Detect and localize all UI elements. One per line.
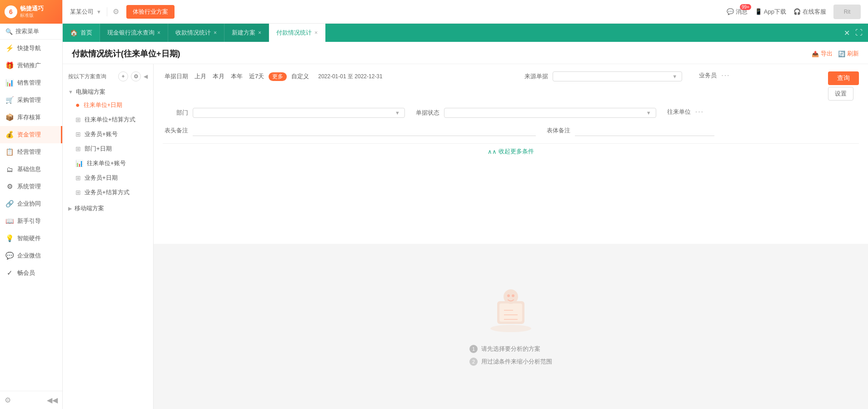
date-opt-custom[interactable]: 自定义 xyxy=(289,71,311,81)
sidebar-item-marketing[interactable]: 🎁 营销推广 xyxy=(0,57,62,74)
scheme-settings-btn[interactable]: ⚙ xyxy=(131,71,141,81)
quick-nav-icon: ⚡ xyxy=(5,44,14,52)
scheme-collapse-btn[interactable]: ◀ xyxy=(144,73,148,80)
scheme-group-desktop-header[interactable]: ▼ 电脑端方案 xyxy=(63,86,153,98)
online-service-btn[interactable]: 🎧 在线客服 xyxy=(793,8,826,16)
scheme-item-staff-settle[interactable]: ⊞ 业务员+结算方式 xyxy=(63,185,153,200)
close-all-tabs-icon[interactable]: ✕ xyxy=(844,29,850,37)
scheme-item-partner-account[interactable]: 📊 往来单位+账号 xyxy=(63,156,153,171)
scheme-item-dept-date[interactable]: ⊞ 部门+日期 xyxy=(63,141,153,156)
trial-btn[interactable]: 体验行业方案 xyxy=(126,5,175,19)
add-scheme-btn[interactable]: + xyxy=(118,71,128,81)
svg-point-3 xyxy=(504,289,518,304)
date-opt-this-month[interactable]: 本月 xyxy=(211,71,226,81)
empty-tips: 1 请先选择要分析的方案 2 用过滤条件来缩小分析范围 xyxy=(469,345,552,370)
message-badge: 99+ xyxy=(740,4,751,10)
chevron-right-icon: ▶ xyxy=(68,206,72,212)
dept-label: 部门 xyxy=(163,109,188,117)
doc-status-select[interactable]: ▼ xyxy=(444,108,656,118)
date-opt-7days[interactable]: 近7天 xyxy=(247,71,266,81)
scheme-group-mobile-header[interactable]: ▶ 移动端方案 xyxy=(63,202,153,214)
user-avatar[interactable]: Rit xyxy=(833,5,861,19)
dept-select[interactable]: ▼ xyxy=(193,108,405,118)
sidebar-item-beginner[interactable]: 📖 新手引导 xyxy=(0,212,62,230)
sidebar-item-base-info[interactable]: 🗂 基础信息 xyxy=(0,161,62,178)
refresh-btn[interactable]: 🔄 刷新 xyxy=(838,50,859,58)
source-label: 来源单据 xyxy=(523,72,548,81)
settings-footer-icon[interactable]: ⚙ xyxy=(5,396,11,404)
scheme-item-label: 部门+日期 xyxy=(85,145,112,153)
date-opt-this-year[interactable]: 本年 xyxy=(229,71,244,81)
membership-icon: ✓ xyxy=(5,269,14,277)
tab-cash-flow[interactable]: 现金银行流水查询 × xyxy=(100,24,168,42)
tab-new-scheme-close[interactable]: × xyxy=(258,30,261,36)
gear-icon[interactable]: ⚙ xyxy=(113,7,119,16)
staff-dots[interactable]: ··· xyxy=(721,71,730,80)
sidebar-item-sys-mgmt[interactable]: ⚙ 系统管理 xyxy=(0,178,62,195)
message-icon: 💬 xyxy=(727,8,734,15)
sidebar-item-purchase[interactable]: 🛒 采购管理 xyxy=(0,91,62,109)
filter-doc-status-item: 单据状态 ▼ xyxy=(414,108,656,118)
query-btn[interactable]: 查询 xyxy=(828,71,859,85)
sidebar-item-membership[interactable]: ✓ 畅会员 xyxy=(0,264,62,282)
scheme-item-partner-settle[interactable]: ⊞ 往来单位+结算方式 xyxy=(63,112,153,127)
sidebar-item-finance[interactable]: 💰 资金管理 xyxy=(0,126,62,143)
export-btn[interactable]: 📤 导出 xyxy=(812,50,833,58)
sidebar-item-smart-hw[interactable]: 💡 智能硬件 xyxy=(0,230,62,247)
date-options: 上月 本月 本年 近7天 更多 自定义 2022-01-01 至 2022-12… xyxy=(193,71,383,81)
date-range-value: 2022-01-01 至 2022-12-31 xyxy=(318,73,382,81)
partner-label: 往来单位 xyxy=(665,108,691,116)
partner-dots[interactable]: ··· xyxy=(695,108,704,116)
sidebar-item-operations[interactable]: 📋 经营管理 xyxy=(0,143,62,161)
sidebar-item-enterprise[interactable]: 🔗 企业协同 xyxy=(0,195,62,212)
tab-payment-stats-close[interactable]: × xyxy=(214,30,217,36)
nav-label: 采购管理 xyxy=(17,96,41,104)
nav-label: 经营管理 xyxy=(17,148,41,156)
active-scheme-icon: ● xyxy=(75,101,80,109)
tab-payment-stats[interactable]: 收款情况统计 × xyxy=(168,24,224,42)
filter-source-item: 来源单据 ▼ xyxy=(523,71,682,81)
tip-num-2: 2 xyxy=(469,358,478,366)
settings-btn[interactable]: 设置 xyxy=(828,87,853,101)
sidebar-nav: ⚡ 快捷导航 🎁 营销推广 📊 销售管理 🛒 采购管理 📦 库存核算 💰 资金管… xyxy=(0,40,62,391)
tab-new-scheme[interactable]: 新建方案 × xyxy=(224,24,269,42)
chart-icon: 📊 xyxy=(75,160,83,167)
table-header-note-input[interactable] xyxy=(193,125,536,136)
svg-point-4 xyxy=(507,294,510,297)
tip-text-2: 用过滤条件来缩小分析范围 xyxy=(481,358,552,366)
svg-point-5 xyxy=(512,294,514,297)
date-opt-last-month[interactable]: 上月 xyxy=(193,71,208,81)
tab-cash-flow-close[interactable]: × xyxy=(157,30,160,36)
search-menu[interactable]: 🔍 搜索菜单 xyxy=(0,24,62,40)
purchase-icon: 🛒 xyxy=(5,96,14,104)
tab-pay-stats[interactable]: 付款情况统计 × xyxy=(269,24,325,42)
messages-btn[interactable]: 💬 消息 99+ xyxy=(727,8,748,16)
scheme-group-desktop: ▼ 电脑端方案 ● 往来单位+日期 ⊞ 往来单位+结算方式 ⊞ 业务员+账号 xyxy=(63,86,153,200)
operations-icon: 📋 xyxy=(5,148,14,156)
sidebar-item-sales[interactable]: 📊 销售管理 xyxy=(0,74,62,91)
source-select[interactable]: ▼ xyxy=(553,71,682,81)
chevron-up-icon: ∧∧ xyxy=(488,148,497,155)
scheme-item-staff-date[interactable]: ⊞ 业务员+日期 xyxy=(63,171,153,185)
topbar-right: 💬 消息 99+ 📱 App下载 🎧 在线客服 Rit xyxy=(727,5,861,19)
scheme-panel-title: 按以下方案查询 xyxy=(68,73,106,81)
tab-home[interactable]: 🏠 首页 xyxy=(63,24,100,42)
result-area: 1 请先选择要分析的方案 2 用过滤条件来缩小分析范围 xyxy=(154,244,868,409)
tab-pay-stats-close[interactable]: × xyxy=(314,30,318,36)
sidebar-item-quick-nav[interactable]: ⚡ 快捷导航 xyxy=(0,40,62,57)
collapse-sidebar-icon[interactable]: ◀◀ xyxy=(47,396,58,404)
scheme-item-staff-account[interactable]: ⊞ 业务员+账号 xyxy=(63,127,153,141)
nav-label: 智能硬件 xyxy=(17,234,41,242)
collapse-conditions-btn[interactable]: ∧∧ 收起更多条件 xyxy=(163,143,859,159)
scheme-item-partner-date[interactable]: ● 往来单位+日期 xyxy=(63,98,153,112)
date-opt-more[interactable]: 更多 xyxy=(269,72,287,81)
table-body-note-input[interactable] xyxy=(575,125,714,136)
tab-end-actions: ✕ ⛶ xyxy=(838,24,868,42)
table-icon: ⊞ xyxy=(75,116,81,123)
table-icon: ⊞ xyxy=(75,189,81,196)
sidebar-item-inventory[interactable]: 📦 库存核算 xyxy=(0,109,62,126)
expand-tabs-icon[interactable]: ⛶ xyxy=(855,29,863,37)
app-download-btn[interactable]: 📱 App下载 xyxy=(755,8,786,16)
sidebar-item-enterprise-wechat[interactable]: 💬 企业微信 xyxy=(0,247,62,264)
company-selector[interactable]: 某某公司 ▼ xyxy=(70,8,101,16)
